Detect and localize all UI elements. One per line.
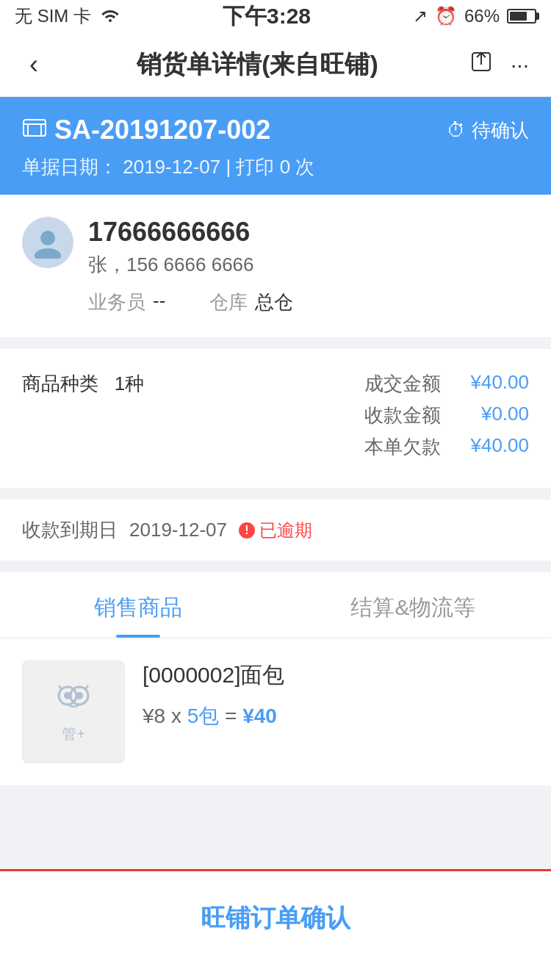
page-title: 销货单详情(来自旺铺) xyxy=(137,48,378,82)
status-clock-icon: ⏱ xyxy=(447,119,466,142)
customer-name: 张，156 6666 6666 xyxy=(88,252,529,278)
more-icon[interactable]: ··· xyxy=(511,52,529,77)
product-type-value: 1种 xyxy=(115,372,144,394)
status-bar: 无 SIM 卡 下午3:28 ↗ ⏰ 66% xyxy=(0,0,551,32)
logo-plus: 管+ xyxy=(62,724,85,744)
confirm-order-button[interactable]: 旺铺订单确认 xyxy=(22,886,529,951)
tab-settlement[interactable]: 结算&物流等 xyxy=(276,572,551,638)
location-icon: ↗ xyxy=(413,6,428,26)
tab-sales-product[interactable]: 销售商品 xyxy=(0,572,276,638)
product-type: 商品种类 1种 xyxy=(22,371,144,397)
svg-point-3 xyxy=(35,248,61,259)
svg-point-2 xyxy=(40,231,55,245)
share-icon[interactable] xyxy=(469,50,493,79)
svg-point-6 xyxy=(64,692,71,699)
product-logo xyxy=(51,680,96,721)
status-label: 待确认 xyxy=(472,118,529,143)
customer-info: 17666666666 张，156 6666 6666 业务员 -- 仓库 总仓 xyxy=(88,217,529,315)
payment-amount-row: 收款金额 ¥0.00 xyxy=(364,403,529,428)
debt-value: ¥40.00 xyxy=(470,434,529,460)
back-button[interactable]: ‹ xyxy=(22,42,46,87)
alarm-icon: ⏰ xyxy=(435,6,457,26)
overdue-label: 已逾期 xyxy=(259,519,312,542)
warehouse-label: 仓库 xyxy=(209,289,248,315)
product-item: 管+ [0000002]面包 ¥8 x 5包 = ¥40 xyxy=(0,638,551,785)
status-bar-left: 无 SIM 卡 xyxy=(15,4,120,28)
customer-phone: 17666666666 xyxy=(88,217,529,248)
carrier-label: 无 SIM 卡 xyxy=(15,4,91,28)
product-name: [0000002]面包 xyxy=(143,660,529,691)
order-id-icon xyxy=(22,115,47,145)
payment-label: 收款金额 xyxy=(364,403,441,428)
product-type-label: 商品种类 xyxy=(22,372,98,394)
due-date-label: 收款到期日 xyxy=(22,517,118,543)
tabs-section: 销售商品 结算&物流等 管+ xyxy=(0,572,551,785)
order-meta: 单据日期： 2019-12-07 | 打印 0 次 xyxy=(22,154,529,180)
transaction-value: ¥40.00 xyxy=(470,371,529,397)
product-thumbnail: 管+ xyxy=(22,660,125,763)
due-date-section: 收款到期日 2019-12-07 ! 已逾期 xyxy=(0,500,551,561)
product-price: ¥8 x 5包 = ¥40 xyxy=(143,702,529,730)
confirm-button-wrapper: 旺铺订单确认 xyxy=(0,869,551,980)
status-time: 下午3:28 xyxy=(223,1,311,32)
avatar xyxy=(22,217,73,268)
svg-point-7 xyxy=(76,692,83,699)
amount-summary: 成交金额 ¥40.00 收款金额 ¥0.00 本单欠款 ¥40.00 xyxy=(364,371,529,466)
customer-meta: 业务员 -- 仓库 总仓 xyxy=(88,289,529,315)
battery-icon xyxy=(507,9,536,24)
product-total: ¥40 xyxy=(242,705,277,727)
battery-percent: 66% xyxy=(464,6,500,26)
payment-value: ¥0.00 xyxy=(481,403,529,428)
product-qty: 5包 xyxy=(187,705,220,727)
tabs-row: 销售商品 结算&物流等 xyxy=(0,572,551,638)
debt-amount-row: 本单欠款 ¥40.00 xyxy=(364,434,529,460)
order-id: SA-20191207-002 xyxy=(22,115,270,145)
summary-section: 商品种类 1种 成交金额 ¥40.00 收款金额 ¥0.00 本单欠款 ¥40.… xyxy=(0,349,551,488)
status-bar-right: ↗ ⏰ 66% xyxy=(413,6,536,26)
order-header-card: SA-20191207-002 ⏱ 待确认 单据日期： 2019-12-07 |… xyxy=(0,97,551,195)
sales-label: 业务员 xyxy=(88,289,145,315)
svg-rect-1 xyxy=(24,120,46,136)
transaction-label: 成交金额 xyxy=(364,371,441,397)
overdue-badge: ! 已逾期 xyxy=(239,519,312,542)
customer-section: 17666666666 张，156 6666 6666 业务员 -- 仓库 总仓 xyxy=(0,195,551,337)
wifi-icon xyxy=(100,6,120,26)
sales-value: -- xyxy=(153,289,165,315)
warehouse-value: 总仓 xyxy=(255,289,293,315)
price-label: ¥8 x xyxy=(143,705,187,727)
nav-actions: ··· xyxy=(469,50,529,79)
nav-bar: ‹ 销货单详情(来自旺铺) ··· xyxy=(0,32,551,97)
order-status-badge: ⏱ 待确认 xyxy=(447,118,529,143)
product-info: [0000002]面包 ¥8 x 5包 = ¥40 xyxy=(143,660,529,730)
due-date-value: 2019-12-07 xyxy=(129,519,227,541)
overdue-dot-icon: ! xyxy=(239,522,255,538)
transaction-amount-row: 成交金额 ¥40.00 xyxy=(364,371,529,397)
debt-label: 本单欠款 xyxy=(364,434,441,460)
